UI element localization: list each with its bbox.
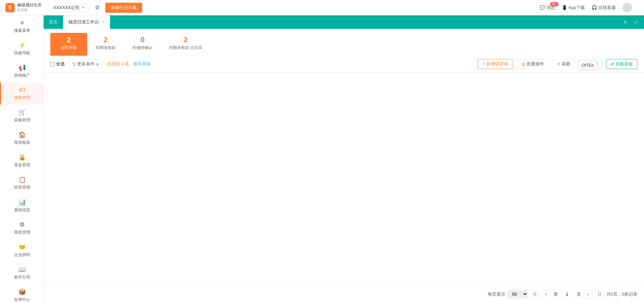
stat-tab-all[interactable]: 2 全部单据 (50, 33, 87, 56)
operations-icon: 📋 (18, 176, 26, 183)
total-info: 共0页，0条记录 (606, 291, 637, 297)
content-area: 首页 钱货日清工作台 × ✕ ⤢ 2 全部单据 2 到期未收款 (44, 15, 644, 302)
search-menu-icon: ≡ (20, 19, 24, 26)
sidebar-item-sales[interactable]: 🏷 销售管理 (0, 82, 43, 105)
trial-button[interactable]: 体验行业方案 (105, 3, 142, 13)
sidebar-label-cooperation: 企业协同 (14, 252, 30, 258)
sidebar-label-finance: 资金管理 (14, 162, 30, 168)
base-info-icon: 📊 (18, 198, 26, 206)
sidebar-item-guide[interactable]: 📖 新手引导 (0, 262, 43, 284)
stat-tab-pending[interactable]: 0 旺铺待确认 (124, 33, 161, 56)
sidebar-item-operations[interactable]: 📋 经营管理 (0, 172, 43, 194)
system-icon: ⚙ (19, 221, 25, 228)
tab-close-icon[interactable]: × (102, 20, 105, 24)
switch-icon: ⇄ (610, 62, 614, 67)
header-right: 💬 消息 99+ 📱 App下载 🎧 在线客服 (540, 3, 639, 12)
sidebar-item-quick-nav[interactable]: ⚡ 快捷导航 (0, 38, 43, 60)
found-prefix: 共找到 (107, 61, 120, 66)
related-link[interactable]: 相关单据 (133, 61, 151, 67)
sidebar-item-search-menu[interactable]: ≡ 搜索菜单 (0, 15, 43, 38)
company-dropdown-icon: ▼ (82, 6, 85, 9)
message-badge: 99+ (550, 2, 558, 6)
sidebar-item-inventory[interactable]: 🏠 库存核算 (0, 127, 43, 149)
refresh-label: 刷新 (562, 61, 571, 67)
sidebar-label-search-menu: 搜索菜单 (14, 28, 30, 34)
toolbar: 全选 ▽ 更多条件 ∨ 共找到 0 条 相关单据 + 新增销货单 ⊞ (44, 56, 644, 73)
batch-label: 批量操作 (527, 61, 544, 67)
quick-nav-icon: ⚡ (18, 42, 26, 49)
purchase-icon: 🛒 (18, 109, 26, 116)
stat-label-pending: 旺铺待确认 (132, 45, 153, 51)
app-download-btn[interactable]: 📱 App下载 (562, 5, 585, 11)
app-center-icon: 📦 (18, 288, 26, 296)
tab-controls: ✕ ⤢ (621, 18, 644, 26)
sidebar: ≡ 搜索菜单 ⚡ 快捷导航 📢 营销推广 🏷 销售管理 🛒 采购管理 🏠 库存核… (0, 15, 44, 302)
page-label: 第 (553, 291, 558, 297)
tab-close-btn[interactable]: ✕ (621, 18, 629, 26)
first-page-button[interactable]: ⟨⟨ (531, 290, 539, 299)
sidebar-item-marketing[interactable]: 📢 营销推广 (0, 60, 43, 82)
last-page-button[interactable]: ⟩⟩ (595, 290, 604, 299)
sales-icon: 🏷 (19, 86, 25, 94)
toolbar-right: + 新增销货单 ⊞ 批量操作 ↺ 刷新 🖨 打印 ⇄ (478, 59, 637, 69)
main-layout: ≡ 搜索菜单 ⚡ 快捷导航 📢 营销推广 🏷 销售管理 🛒 采购管理 🏠 库存核… (0, 15, 644, 302)
online-service-icon: 🎧 (592, 5, 597, 10)
sidebar-item-finance[interactable]: 🔒 资金管理 (0, 149, 43, 172)
sidebar-item-system[interactable]: ⚙ 系统管理 (0, 217, 43, 239)
message-btn[interactable]: 💬 消息 99+ (540, 5, 555, 11)
marketing-icon: 📢 (18, 64, 26, 71)
sidebar-item-cooperation[interactable]: 🤝 企业协同 (0, 239, 43, 262)
page-number-input[interactable]: 1 (560, 290, 574, 298)
sidebar-label-app-center: 应用中心 (14, 297, 30, 302)
sidebar-item-base-info[interactable]: 📊 基础信息 (0, 194, 43, 217)
add-sales-order-button[interactable]: + 新增销货单 (478, 59, 513, 69)
avatar[interactable] (623, 3, 632, 12)
stat-label-overdue: 到期未收款 (95, 45, 116, 51)
next-page-button[interactable]: ＞ (584, 290, 592, 299)
tab-workbench[interactable]: 钱货日清工作台 × (63, 15, 110, 29)
company-name: XXXXXX公司 (53, 5, 79, 11)
sidebar-label-inventory: 库存核算 (14, 140, 30, 145)
switch-label: 切换新版 (615, 61, 633, 67)
stat-num-pending: 0 (132, 36, 153, 44)
tab-expand-btn[interactable]: ⤢ (632, 18, 640, 26)
stat-label-all: 全部单据 (58, 45, 79, 51)
logo-text: 畅捷通好生意 (17, 3, 42, 8)
batch-operation-button[interactable]: ⊞ 批量操作 (517, 59, 548, 69)
per-page-select[interactable]: 50 100 200 (508, 290, 528, 298)
prev-page-button[interactable]: ＜ (542, 290, 551, 299)
tab-workbench-label: 钱货日清工作台 (68, 19, 99, 25)
refresh-button[interactable]: ↺ 刷新 (552, 59, 575, 69)
stat-num-all: 2 (58, 36, 79, 44)
app-download-label: App下载 (569, 5, 585, 11)
tab-bar: 首页 钱货日清工作台 × ✕ ⤢ (44, 15, 644, 29)
switch-version-button[interactable]: ⇄ 切换新版 (606, 59, 637, 69)
sidebar-label-purchase: 采购管理 (14, 117, 30, 123)
select-all-label: 全选 (56, 61, 65, 67)
online-service-btn[interactable]: 🎧 在线客服 (592, 5, 616, 11)
filter-button[interactable]: ▽ 更多条件 ∨ (69, 59, 103, 69)
select-all-checkbox[interactable]: 全选 (50, 61, 65, 67)
sidebar-item-app-center[interactable]: 📦 应用中心 (0, 284, 43, 302)
stat-tab-shipped[interactable]: 2 到期未收款 已出库 (161, 33, 210, 56)
stats-bar: 2 全部单据 2 到期未收款 0 旺铺待确认 2 到期未收款 已出库 (44, 29, 644, 56)
found-count-text: 共找到 0 条 (107, 61, 129, 67)
sidebar-label-system: 系统管理 (14, 230, 30, 235)
settings-icon[interactable]: ⚙ (93, 3, 102, 12)
finance-icon: 🔒 (18, 154, 26, 161)
sidebar-item-purchase[interactable]: 🛒 采购管理 (0, 105, 43, 127)
select-all-input[interactable] (50, 62, 55, 66)
sidebar-label-base-info: 基础信息 (14, 207, 30, 213)
tab-home[interactable]: 首页 (44, 15, 63, 29)
logo-area: 6 畅捷通好生意 标准版 (5, 3, 49, 13)
stat-tab-overdue[interactable]: 2 到期未收款 (87, 33, 124, 56)
sidebar-label-sales: 销售管理 (14, 95, 30, 101)
message-icon: 💬 (540, 5, 545, 10)
batch-icon: ⊞ (522, 62, 525, 67)
company-selector[interactable]: XXXXXX公司 ▼ (49, 3, 89, 12)
guide-icon: 📖 (18, 266, 26, 273)
sidebar-label-marketing: 营销推广 (14, 73, 30, 78)
found-unit: 条 (125, 61, 129, 66)
pagination: 每页显示 50 100 200 ⟨⟨ ＜ 第 1 页 ＞ ⟩⟩ 共0页，0条记录 (44, 286, 644, 302)
often-badge: OfTEn (578, 61, 597, 69)
